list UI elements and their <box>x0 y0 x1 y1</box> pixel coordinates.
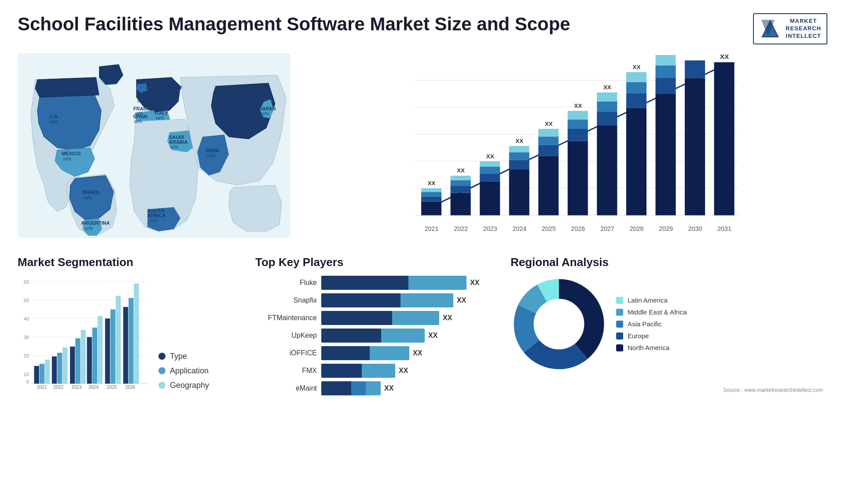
svg-rect-50 <box>451 193 471 215</box>
legend-dot-latin <box>616 297 623 304</box>
player-value-ioffice: XX <box>413 349 422 357</box>
player-bar-ioffice: XX <box>321 346 502 360</box>
svg-rect-127 <box>70 347 75 383</box>
legend-dot-europe <box>616 332 623 340</box>
svg-rect-140 <box>129 298 133 383</box>
svg-text:XX: XX <box>720 53 729 60</box>
svg-rect-93 <box>655 77 676 94</box>
svg-text:JAPAN: JAPAN <box>260 106 276 111</box>
svg-text:2028: 2028 <box>629 225 643 232</box>
svg-text:ARABIA: ARABIA <box>169 139 188 145</box>
svg-text:BRAZIL: BRAZIL <box>83 190 101 195</box>
player-name-emaint: eMaint <box>255 384 317 392</box>
svg-rect-74 <box>568 141 588 215</box>
svg-text:XX: XX <box>662 53 670 55</box>
player-name-fluke: Fluke <box>255 279 317 287</box>
player-row-ftmaintenance: FTMaintenance XX <box>255 311 502 325</box>
logo-container: MARKET RESEARCH INTELLECT <box>753 13 827 44</box>
svg-rect-141 <box>134 283 139 383</box>
svg-text:10: 10 <box>24 372 29 377</box>
svg-text:2026: 2026 <box>571 225 585 232</box>
svg-text:INDIA: INDIA <box>206 148 219 153</box>
svg-rect-71 <box>538 129 558 136</box>
player-row-upkeep: UpKeep XX <box>255 329 502 343</box>
svg-text:2024: 2024 <box>512 225 526 232</box>
svg-rect-70 <box>538 136 558 145</box>
svg-rect-136 <box>110 309 115 383</box>
svg-rect-88 <box>626 82 647 93</box>
svg-rect-51 <box>451 186 471 193</box>
map-section: CANADA xx% U.S. xx% MEXICO xx% BRAZIL xx… <box>18 53 290 242</box>
svg-rect-120 <box>40 364 44 383</box>
svg-rect-47 <box>421 188 441 192</box>
svg-text:2022: 2022 <box>53 384 63 389</box>
svg-text:XX: XX <box>428 180 436 186</box>
player-name-upkeep: UpKeep <box>255 332 317 340</box>
svg-text:XX: XX <box>457 167 465 174</box>
player-name-ioffice: iOFFICE <box>255 349 317 357</box>
svg-text:40: 40 <box>24 316 29 321</box>
svg-rect-77 <box>568 111 588 119</box>
bottom-grid: Market Segmentation 60 50 40 30 20 10 0 <box>18 256 827 395</box>
svg-rect-57 <box>480 173 500 181</box>
svg-rect-119 <box>34 366 39 383</box>
legend-item-asia-pacific: Asia Pacific <box>616 320 687 328</box>
svg-text:CANADA: CANADA <box>62 79 83 84</box>
svg-rect-86 <box>626 108 647 215</box>
player-row-fmx: FMX XX <box>255 364 502 378</box>
svg-rect-63 <box>509 160 529 169</box>
svg-text:2025: 2025 <box>542 225 556 232</box>
main-grid: CANADA xx% U.S. xx% MEXICO xx% BRAZIL xx… <box>18 53 827 395</box>
svg-text:2026: 2026 <box>125 384 135 389</box>
svg-rect-94 <box>655 65 676 77</box>
page-container: School Facilities Management Software Ma… <box>0 0 845 504</box>
svg-rect-76 <box>568 119 588 129</box>
player-value-upkeep: XX <box>428 332 437 340</box>
svg-text:ARGENTINA: ARGENTINA <box>81 220 110 226</box>
legend-dot-geography <box>158 382 165 389</box>
svg-rect-82 <box>597 101 617 112</box>
player-row-snapfix: Snapfix XX <box>255 293 502 307</box>
svg-text:xx%: xx% <box>84 195 92 200</box>
player-name-fmx: FMX <box>255 367 317 375</box>
svg-rect-65 <box>509 146 529 152</box>
svg-text:XX: XX <box>603 84 611 91</box>
svg-rect-80 <box>597 125 617 215</box>
svg-text:MEXICO: MEXICO <box>62 151 81 156</box>
svg-rect-56 <box>480 181 500 215</box>
player-bar-ftmaintenance: XX <box>321 311 502 325</box>
svg-text:xx%: xx% <box>150 218 158 223</box>
regional-legend: Latin America Middle East & Africa Asia … <box>616 296 687 351</box>
svg-text:2021: 2021 <box>425 225 439 232</box>
growth-chart-svg: 2021 XX 2022 XX 2023 XX <box>317 53 827 242</box>
svg-rect-69 <box>538 145 558 156</box>
world-map-svg: CANADA xx% U.S. xx% MEXICO xx% BRAZIL xx… <box>18 53 290 238</box>
player-value-emaint: XX <box>384 384 393 392</box>
regional-section: Regional Analysis <box>511 256 827 395</box>
player-bar-snapfix: XX <box>321 293 502 307</box>
svg-text:xx%: xx% <box>84 226 93 231</box>
svg-text:xx%: xx% <box>63 157 71 161</box>
svg-rect-53 <box>451 175 471 180</box>
legend-dot-mea <box>616 309 623 316</box>
svg-rect-68 <box>538 156 558 215</box>
svg-text:50: 50 <box>24 297 29 303</box>
svg-rect-124 <box>57 353 62 383</box>
svg-text:2025: 2025 <box>107 384 117 389</box>
regional-title: Regional Analysis <box>511 256 827 269</box>
legend-dot-apac <box>616 321 623 328</box>
svg-rect-62 <box>509 169 529 215</box>
seg-chart-container: 60 50 40 30 20 10 0 <box>18 276 246 390</box>
player-row-fluke: Fluke XX <box>255 276 502 290</box>
donut-chart-svg <box>511 276 607 373</box>
svg-text:xx%: xx% <box>161 90 169 95</box>
svg-rect-92 <box>655 94 676 215</box>
legend-dot-application <box>158 367 165 374</box>
svg-point-148 <box>535 300 583 348</box>
svg-text:CHINA: CHINA <box>232 97 248 102</box>
player-value-snapfix: XX <box>457 296 466 304</box>
svg-text:ITALY: ITALY <box>155 110 169 116</box>
players-section: Top Key Players Fluke XX <box>255 256 502 395</box>
svg-text:GERMANY: GERMANY <box>158 85 183 90</box>
svg-rect-125 <box>62 347 67 383</box>
